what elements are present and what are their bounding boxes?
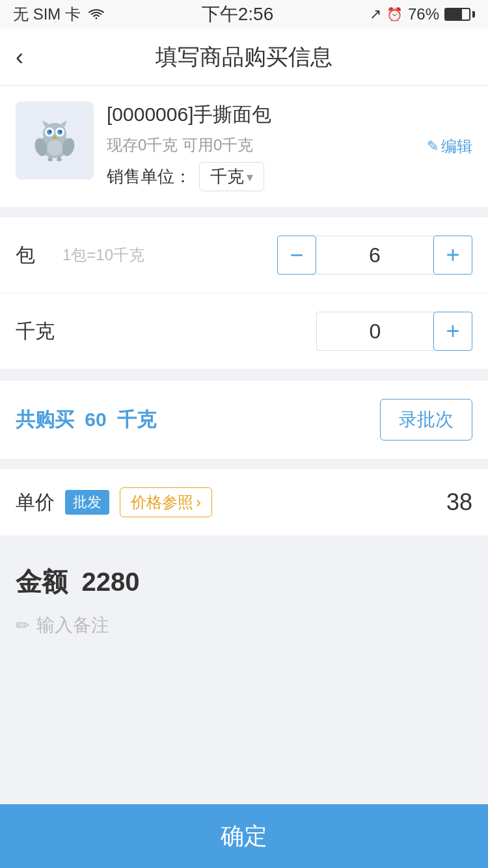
batch-button[interactable]: 录批次 <box>380 399 472 441</box>
note-row[interactable]: ✏ 输入备注 <box>16 613 472 638</box>
note-placeholder: 输入备注 <box>36 613 109 638</box>
edit-icon: ✎ <box>427 138 439 155</box>
kg-label: 千克 <box>16 318 55 345</box>
package-minus-button[interactable]: − <box>277 236 316 275</box>
edit-button[interactable]: ✎ 编辑 <box>427 136 472 157</box>
status-left: 无 SIM 卡 <box>13 4 105 25</box>
nav-bar: ‹ 填写商品购买信息 <box>0 29 488 86</box>
unit-select[interactable]: 千克 ▾ <box>199 162 264 191</box>
battery-percent: 76% <box>408 5 439 23</box>
total-text: 共购买 60 千克 <box>16 407 156 433</box>
product-logo-icon <box>32 118 77 163</box>
alarm-icon: ⏰ <box>386 7 403 22</box>
svg-point-19 <box>47 140 62 156</box>
kg-qty-row: 千克 + <box>0 293 488 370</box>
product-info: [0000006]手撕面包 现存0千克 可用0千克 销售单位： 千克 ▾ <box>107 102 472 191</box>
product-stock: 现存0千克 可用0千克 <box>107 135 472 156</box>
status-time: 下午2:56 <box>202 2 274 27</box>
price-ref-button[interactable]: 价格参照 › <box>120 487 212 517</box>
package-section: 包 1包=10千克 − + 千克 + <box>0 217 488 370</box>
product-thumbnail <box>16 102 94 180</box>
amount-row: 金额 2280 <box>16 564 472 600</box>
confirm-bar[interactable]: 确定 <box>0 804 488 868</box>
package-qty-controls: − + <box>277 236 472 275</box>
wifi-icon <box>87 8 105 21</box>
package-qty-row: 包 1包=10千克 − + <box>0 217 488 293</box>
product-name: [0000006]手撕面包 <box>107 102 472 128</box>
kg-qty-input[interactable] <box>316 312 433 351</box>
kg-qty-controls: + <box>316 312 472 351</box>
package-hint: 1包=10千克 <box>62 245 277 265</box>
chevron-right-icon: › <box>196 493 201 511</box>
pencil-icon: ✏ <box>16 616 30 636</box>
product-unit-row: 销售单位： 千克 ▾ <box>107 162 472 191</box>
unit-label: 销售单位： <box>107 165 191 188</box>
carrier-label: 无 SIM 卡 <box>13 4 81 25</box>
confirm-button[interactable]: 确定 <box>221 821 267 852</box>
svg-point-6 <box>49 131 51 133</box>
total-row: 共购买 60 千克 录批次 <box>0 380 488 459</box>
kg-plus-button[interactable]: + <box>433 312 472 351</box>
status-bar: 无 SIM 卡 下午2:56 ↗ ⏰ 76% <box>0 0 488 29</box>
package-plus-button[interactable]: + <box>433 236 472 275</box>
price-tag: 批发 <box>65 490 109 515</box>
total-amount: 60 <box>85 409 106 430</box>
price-row: 单价 批发 价格参照 › 38 <box>16 487 472 517</box>
price-value: 38 <box>446 489 472 516</box>
price-section: 单价 批发 价格参照 › 38 <box>0 469 488 536</box>
chevron-down-icon: ▾ <box>247 169 253 185</box>
page-title: 填写商品购买信息 <box>156 42 332 72</box>
price-label: 单价 <box>16 489 55 516</box>
back-button[interactable]: ‹ <box>16 44 23 71</box>
location-icon: ↗ <box>370 6 381 23</box>
package-qty-input[interactable] <box>316 236 433 275</box>
amount-value: 2280 <box>81 567 139 596</box>
status-right: ↗ ⏰ 76% <box>370 5 475 23</box>
battery-icon <box>444 8 475 21</box>
product-card: [0000006]手撕面包 现存0千克 可用0千克 销售单位： 千克 ▾ ✎ 编… <box>0 86 488 207</box>
svg-point-7 <box>60 131 62 133</box>
amount-note-section: 金额 2280 ✏ 输入备注 <box>0 546 488 656</box>
package-label: 包 <box>16 242 55 269</box>
